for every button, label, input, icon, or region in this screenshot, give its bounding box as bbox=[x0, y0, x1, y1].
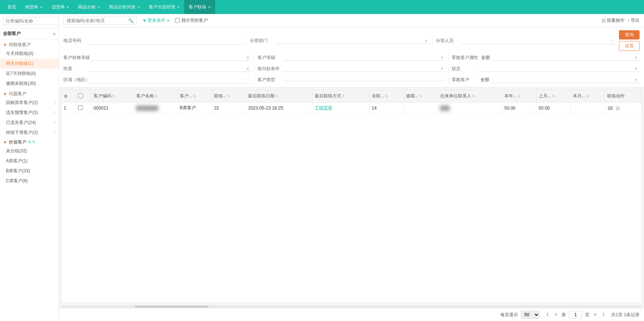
toolbar-search-btn[interactable]: 🔍 bbox=[128, 18, 134, 23]
manager-more-icon[interactable]: ··· bbox=[610, 38, 614, 43]
filter-panel: 电话号码 分管部门 ∨ 分管人员 ··· bbox=[59, 27, 644, 87]
gear-icon[interactable]: ⚙ bbox=[64, 94, 68, 99]
filter-manager-select[interactable]: ··· bbox=[462, 37, 616, 44]
select-all-checkbox[interactable] bbox=[78, 93, 83, 98]
help-icon-1[interactable]: ? bbox=[53, 111, 56, 115]
sidebar-item-c-class[interactable]: C类客户(6) bbox=[0, 176, 59, 186]
sidebar-search-area: 🔍 bbox=[0, 14, 59, 28]
td-customer-name: ███████ bbox=[134, 103, 177, 114]
th-this-year[interactable]: 本年...⇅ bbox=[502, 90, 536, 103]
sidebar-search-input[interactable] bbox=[3, 17, 59, 25]
last-page-btn[interactable]: 》 bbox=[601, 311, 608, 319]
filter-customer-type-select[interactable] bbox=[283, 79, 445, 81]
sort-icon-last-month: ⇅ bbox=[552, 94, 555, 98]
sidebar-item-repurchase-abnormal[interactable]: 回购异常客户(2) ? bbox=[0, 98, 59, 108]
nav-close-sales-order[interactable]: ✕ bbox=[40, 5, 43, 9]
filter-more-btn[interactable]: ▼ 更多条件 ∧ bbox=[140, 16, 172, 25]
help-icon-3[interactable]: ? bbox=[53, 131, 56, 135]
th-this-month[interactable]: 本月...⇅ bbox=[570, 90, 605, 103]
nav-product-analysis[interactable]: 商品分析 ✕ bbox=[74, 0, 105, 14]
per-page-select[interactable]: 50 100 200 bbox=[521, 311, 540, 319]
help-icon-0[interactable]: ? bbox=[53, 101, 56, 105]
filter-customer-value-select[interactable]: ∨ bbox=[90, 54, 251, 61]
nav-close-customer-contact[interactable]: ✕ bbox=[208, 5, 211, 9]
nav-customer-tier[interactable]: 客户分层经营 ✕ bbox=[144, 0, 184, 14]
sidebar-item-churn-warning[interactable]: 流失预警客户(3) ? bbox=[0, 108, 59, 118]
last-contact-method-link[interactable]: 下销货单 bbox=[315, 105, 332, 110]
toolbar-search-input[interactable] bbox=[67, 18, 128, 23]
th-last-contact-method[interactable]: 最后联络方式⇅ bbox=[312, 90, 370, 103]
nav-close-product-analysis-list[interactable]: ✕ bbox=[137, 5, 140, 9]
filter-status-select[interactable]: ∨ bbox=[477, 65, 640, 72]
value-group-refresh-icon[interactable]: ↻ bbox=[28, 140, 31, 145]
filter-dept-select[interactable]: ∨ bbox=[276, 37, 430, 44]
filter-retail-attr-select[interactable]: ∨ bbox=[490, 54, 640, 61]
th-overdue[interactable]: 逾期...⇅ bbox=[403, 90, 438, 103]
nav-close-customer-tier[interactable]: ✕ bbox=[177, 5, 180, 9]
th-unlocked[interactable]: 未联...⇅ bbox=[370, 90, 404, 103]
sidebar-group-value: ▼ 价值客户 ↻ ✎ bbox=[0, 138, 59, 146]
page-input[interactable] bbox=[569, 311, 582, 318]
th-last-month[interactable]: 上月...⇅ bbox=[536, 90, 570, 103]
area-more-icon[interactable]: ··· bbox=[246, 77, 249, 82]
horizontal-scrollbar[interactable] bbox=[59, 305, 644, 308]
filter-area-select[interactable]: ··· bbox=[90, 76, 251, 83]
settings-btn[interactable]: 设置 bbox=[619, 41, 640, 51]
sidebar-item-today[interactable]: 今天待联络(0) bbox=[0, 49, 59, 59]
next-page-btn[interactable]: > bbox=[592, 311, 598, 318]
sidebar-item-overdue[interactable]: 逾期未联络(30) bbox=[0, 79, 59, 89]
row-checkbox[interactable] bbox=[78, 105, 83, 110]
batch-operation-btn[interactable]: ☑ 批量操作 bbox=[602, 17, 624, 24]
sort-icon-last-method: ⇅ bbox=[342, 94, 345, 98]
my-customers-checkbox[interactable] bbox=[175, 18, 180, 23]
table-header-row: ⚙ 客户编码⇅ 客户名称⇅ 客户...⇅ 联络...⇅ 最后联络日期⇅ 最后联络… bbox=[62, 90, 641, 103]
th-customer-code[interactable]: 客户编码⇅ bbox=[91, 90, 134, 103]
sidebar-item-b-class[interactable]: B类客户(33) bbox=[0, 166, 59, 176]
sidebar-item-tomorrow[interactable]: 明天待联络(1) bbox=[0, 59, 59, 69]
th-customer-type[interactable]: 客户...⇅ bbox=[177, 90, 211, 103]
th-gear[interactable]: ⚙ bbox=[62, 90, 76, 103]
nav-close-product-analysis[interactable]: ✕ bbox=[97, 5, 100, 9]
sidebar-item-ungrouped[interactable]: 未分组(32) bbox=[0, 146, 59, 156]
nav-close-purchase-order[interactable]: ✕ bbox=[66, 5, 69, 9]
th-last-contact-date[interactable]: 最后联络日期⇅ bbox=[246, 90, 312, 103]
action-grid-icon[interactable]: ⊞ bbox=[616, 105, 620, 111]
sort-icon-overdue: ⇅ bbox=[419, 94, 422, 98]
sidebar-item-7days[interactable]: 近7天待联络(0) bbox=[0, 69, 59, 79]
sidebar-item-a-class[interactable]: A类客户(1) bbox=[0, 156, 59, 166]
th-contact-person[interactable]: 往来单位联系人⇅ bbox=[438, 90, 502, 103]
scrollbar-thumb[interactable] bbox=[135, 306, 209, 308]
sidebar-item-churned[interactable]: 已流失客户(24) ? bbox=[0, 118, 59, 128]
query-btn[interactable]: 查询 bbox=[619, 30, 640, 39]
th-contact[interactable]: 联络...⇅ bbox=[211, 90, 246, 103]
filter-divider-1 bbox=[246, 36, 247, 45]
nav-product-analysis-list[interactable]: 商品分析列表 ✕ bbox=[105, 0, 144, 14]
payment-arrow-icon: ∨ bbox=[441, 66, 443, 70]
filter-gender-select[interactable]: ∨ bbox=[89, 65, 251, 72]
help-icon-2[interactable]: ? bbox=[53, 121, 56, 125]
content-area: 🔍 ▼ 更多条件 ∧ 我分管的客户 ☑ 批量操作 ↑ 导出 bbox=[59, 14, 644, 321]
data-table-wrapper: ⚙ 客户编码⇅ 客户名称⇅ 客户...⇅ 联络...⇅ 最后联络日期⇅ 最后联络… bbox=[61, 90, 642, 303]
first-page-btn[interactable]: 《 bbox=[543, 311, 550, 319]
td-last-contact-method: 下销货单 bbox=[312, 103, 370, 114]
sidebar-all-customers[interactable]: 全部客户 « bbox=[0, 28, 59, 39]
nav-customer-contact[interactable]: 客户联络 ✕ bbox=[184, 0, 215, 14]
my-customers-checkbox-label[interactable]: 我分管的客户 bbox=[175, 17, 208, 24]
action-phone-icon[interactable]: ☎ bbox=[607, 105, 613, 111]
nav-sales-order[interactable]: 销货单 ✕ bbox=[21, 0, 47, 14]
filter-phone-input[interactable] bbox=[89, 37, 244, 45]
value-group-edit-icon[interactable]: ✎ bbox=[32, 140, 35, 145]
prev-page-btn[interactable]: < bbox=[553, 311, 559, 318]
export-btn[interactable]: ↑ 导出 bbox=[627, 17, 640, 24]
filter-divider-7 bbox=[254, 75, 255, 84]
nav-home[interactable]: 首页 bbox=[3, 0, 21, 14]
filter-customer-level-select[interactable]: ∨ bbox=[283, 54, 445, 61]
filter-phone: 电话号码 bbox=[63, 37, 244, 45]
sort-icon-name: ⇅ bbox=[155, 94, 158, 98]
toolbar-right: ☑ 批量操作 ↑ 导出 bbox=[602, 17, 640, 24]
filter-retail-customer-select[interactable]: ∨ bbox=[489, 76, 640, 83]
filter-payment-select[interactable]: ∨ bbox=[283, 65, 445, 72]
nav-purchase-order[interactable]: 进货单 ✕ bbox=[47, 0, 74, 14]
sidebar-item-declining[interactable]: 持续下滑客户(2) ? bbox=[0, 128, 59, 138]
th-customer-name[interactable]: 客户名称⇅ bbox=[134, 90, 177, 103]
